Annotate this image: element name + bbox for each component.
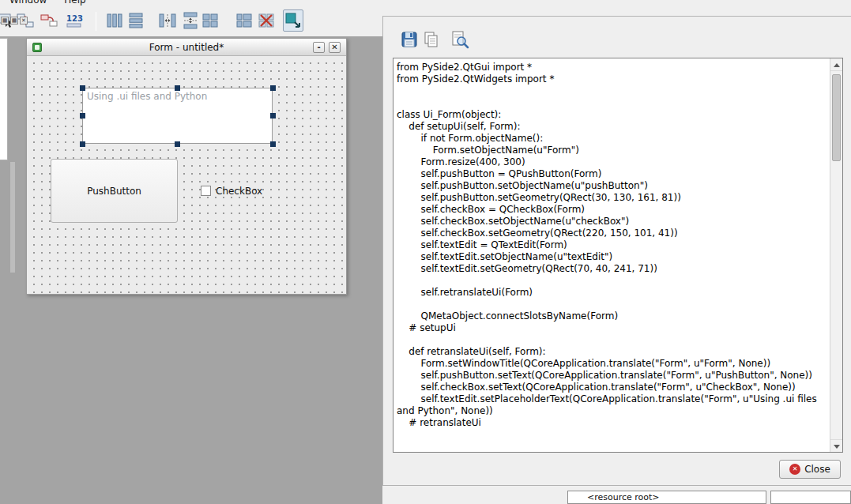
generated-code-view[interactable]: from PySide2.QtGui import * from PySide2… [397, 62, 828, 450]
close-button[interactable]: ✕ Close [779, 460, 841, 479]
toolbar-separator [96, 12, 96, 31]
arrow-up-icon [834, 63, 840, 67]
scroll-up-button[interactable] [830, 58, 842, 71]
form-close-button[interactable]: ✕ [329, 42, 341, 53]
pushbutton-widget[interactable]: PushButton [51, 159, 178, 223]
dock-close-icon[interactable]: ✕ [20, 17, 28, 24]
arrow-down-icon [834, 445, 840, 449]
resource-empty-list[interactable] [770, 491, 851, 504]
clipped-panel-fragment [0, 38, 8, 160]
layout-horizontal-button[interactable] [104, 9, 125, 32]
adjust-size-button[interactable] [283, 9, 303, 32]
edit-tab-order-button[interactable]: 123 [64, 9, 85, 32]
lay-out-vertically-in-splitter-icon [181, 11, 200, 30]
code-frame: from PySide2.QtGui import * from PySide2… [393, 58, 843, 453]
checkbox-widget[interactable]: CheckBox [201, 175, 281, 207]
menu-item-help[interactable]: Help [64, 0, 85, 6]
find-icon [450, 30, 470, 49]
scroll-down-button[interactable] [830, 439, 842, 452]
qt-designer-window: Window Help 123 [0, 0, 851, 504]
break-layout-icon [257, 11, 276, 30]
lay-out-in-grid-icon [201, 11, 220, 30]
layout-grid-button[interactable] [200, 9, 220, 32]
selection-handle-top-mid[interactable] [175, 85, 180, 91]
copy-icon [422, 30, 441, 49]
form-window-icon [32, 43, 42, 52]
copy-button[interactable] [421, 29, 442, 50]
dock-controls: ▦ ▦ ✕ [1, 17, 28, 24]
clipped-scrollbar-fragment[interactable] [10, 162, 15, 273]
selection-handle-top-right[interactable] [270, 85, 276, 91]
close-button-label: Close [804, 464, 830, 475]
dock-restore-icon[interactable]: ▦ [10, 17, 18, 24]
dock-float-icon[interactable]: ▦ [1, 17, 9, 24]
form-minimize-button[interactable]: - [313, 42, 325, 53]
main-toolbar: 123 [0, 6, 379, 36]
selection-handle-mid-right[interactable] [270, 113, 276, 118]
pushbutton-label: PushButton [87, 186, 141, 197]
form-title: Form - untitled* [27, 42, 346, 53]
selection-handle-bottom-right[interactable] [270, 141, 276, 147]
adjust-size-icon [284, 11, 303, 30]
layout-vertical-splitter-button[interactable] [180, 9, 201, 32]
selection-handle-top-left[interactable] [80, 85, 85, 91]
edit-buddies-button[interactable] [39, 9, 59, 32]
menubar: Window Help [0, 0, 851, 6]
lay-out-vertically-icon [126, 11, 145, 30]
layout-vertical-button[interactable] [126, 9, 146, 32]
lay-out-horizontally-icon [105, 11, 124, 30]
resource-root-item[interactable]: <resource root> [567, 491, 766, 504]
textedit-widget[interactable]: Using .ui files and Python [82, 88, 273, 144]
checkbox-label: CheckBox [216, 186, 262, 197]
break-layout-button[interactable] [256, 9, 277, 32]
edit-buddies-icon [40, 11, 58, 30]
code-preview-dialog: from PySide2.QtGui import * from PySide2… [382, 16, 851, 486]
form-editor-window: Form - untitled* - ✕ Using .ui files and… [26, 38, 347, 295]
edit-tab-order-icon: 123 [65, 11, 84, 30]
form-titlebar[interactable]: Form - untitled* - ✕ [27, 39, 346, 56]
layout-horizontal-splitter-button[interactable] [157, 9, 178, 32]
save-button[interactable] [399, 29, 420, 50]
designer-canvas: Form - untitled* - ✕ Using .ui files and… [0, 36, 382, 504]
resource-browser-fragment: <resource root> [382, 486, 851, 504]
checkbox-indicator-icon[interactable] [201, 186, 211, 196]
code-vertical-scrollbar[interactable] [830, 58, 842, 452]
layout-form-button[interactable] [234, 9, 254, 32]
find-button[interactable] [450, 29, 470, 50]
lay-out-horizontally-in-splitter-icon [158, 11, 177, 30]
close-red-icon: ✕ [789, 464, 800, 475]
form-body-grid[interactable]: Using .ui files and Python PushButton Ch… [27, 56, 346, 294]
menu-item-window[interactable]: Window [9, 0, 47, 6]
selection-handle-bottom-left[interactable] [80, 141, 85, 147]
selection-handle-mid-left[interactable] [80, 113, 85, 118]
svg-text:123: 123 [66, 14, 83, 23]
save-icon [400, 30, 419, 49]
lay-out-in-form-layout-icon [235, 11, 254, 30]
selection-handle-bottom-mid[interactable] [175, 141, 180, 147]
scrollbar-thumb[interactable] [832, 74, 841, 161]
textedit-placeholder: Using .ui files and Python [87, 91, 207, 102]
